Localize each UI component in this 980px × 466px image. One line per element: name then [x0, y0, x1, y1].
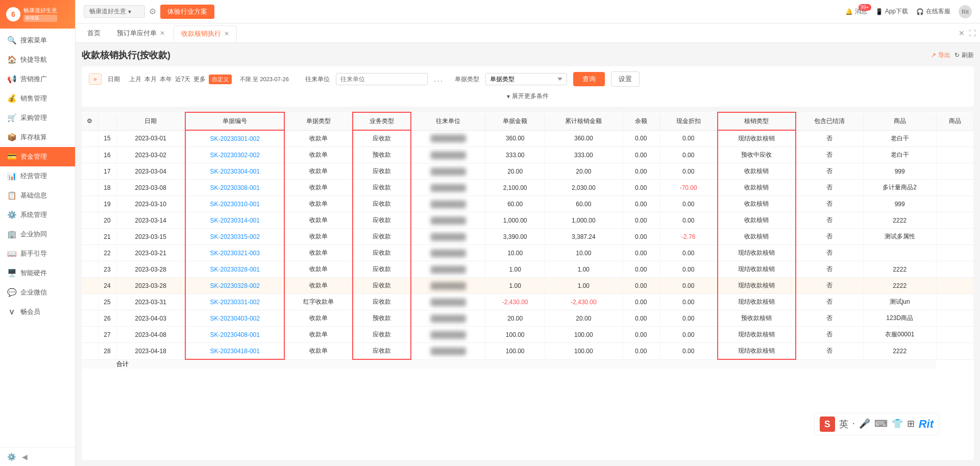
- table-cell: 收款单: [284, 147, 353, 163]
- tab-receipt[interactable]: 收款核销执行 ✕: [174, 26, 237, 42]
- tab-expand-btn[interactable]: ⛶: [969, 29, 976, 37]
- sidebar-collapse-btn[interactable]: ◀: [22, 453, 28, 461]
- table-cell[interactable]: SK-20230302-002: [185, 147, 284, 163]
- table-cell[interactable]: SK-20230308-001: [185, 180, 284, 196]
- app-download-btn[interactable]: 📱 App下载: [875, 7, 908, 16]
- table-cell: 15: [98, 130, 116, 147]
- col-biz-type[interactable]: 业务类型: [353, 112, 411, 130]
- tab-home[interactable]: 首页: [80, 25, 108, 41]
- sidebar-item-wechat[interactable]: 💬 企业微信: [0, 283, 75, 302]
- col-date[interactable]: 日期: [116, 112, 185, 130]
- tab-presale-close[interactable]: ✕: [160, 30, 165, 37]
- col-gear[interactable]: ⚙: [82, 112, 98, 130]
- sidebar-item-operations[interactable]: 📊 经营管理: [0, 166, 75, 186]
- filter-date-this-month[interactable]: 本月: [144, 75, 157, 84]
- doc-no-link[interactable]: SK-20230331-002: [210, 299, 260, 306]
- table-cell[interactable]: SK-20230314-001: [185, 212, 284, 229]
- table-cell[interactable]: SK-20230315-002: [185, 229, 284, 245]
- doc-no-link[interactable]: SK-20230302-002: [210, 152, 260, 159]
- service-btn[interactable]: 🎧 在线客服: [916, 7, 950, 16]
- col-doc-amount[interactable]: 单据金额: [485, 112, 545, 130]
- sidebar-item-purchase[interactable]: 🛒 采购管理: [0, 108, 75, 128]
- tab-receipt-close[interactable]: ✕: [224, 30, 229, 37]
- solution-button[interactable]: 体验行业方案: [160, 5, 214, 19]
- doc-no-link[interactable]: SK-20230315-002: [210, 233, 260, 240]
- col-writeoff-type[interactable]: 核销类型: [718, 112, 796, 130]
- filter-date-custom[interactable]: 自定义: [209, 75, 232, 84]
- col-writeoff-amount[interactable]: 累计核销金额: [545, 112, 622, 130]
- col-include-settled[interactable]: 包含已结清: [796, 112, 864, 130]
- topbar-breadcrumb[interactable]: 畅康道好生意 ▾: [84, 5, 145, 18]
- col-cash-discount[interactable]: 现金折扣: [659, 112, 717, 130]
- table-cell: 收款单: [284, 261, 353, 278]
- table-cell[interactable]: SK-20230403-002: [185, 310, 284, 327]
- filter-settings-button[interactable]: 设置: [611, 71, 640, 87]
- sidebar-item-inventory[interactable]: 📦 库存核算: [0, 128, 75, 147]
- sidebar-item-basics[interactable]: 📋 基础信息: [0, 186, 75, 205]
- tab-receipt-label: 收款核销执行: [181, 29, 221, 38]
- filter-expand-more[interactable]: ▾ 展开更多条件: [89, 91, 967, 102]
- tab-close-btn[interactable]: ✕: [959, 29, 965, 37]
- filter-query-button[interactable]: 查询: [573, 72, 605, 86]
- table-cell: 收款单: [284, 163, 353, 180]
- doc-no-link[interactable]: SK-20230321-003: [210, 250, 260, 257]
- table-cell[interactable]: SK-20230301-002: [185, 130, 284, 147]
- sidebar-item-marketing[interactable]: 📢 营销推广: [0, 69, 75, 89]
- sidebar-label-wechat: 企业微信: [20, 288, 47, 297]
- filter-date-this-year[interactable]: 本年: [160, 75, 172, 84]
- sidebar-item-hardware[interactable]: 🖥️ 智能硬件: [0, 263, 75, 283]
- table-cell: 2023-03-21: [116, 245, 185, 261]
- operations-icon: 📊: [7, 171, 16, 181]
- sidebar-item-corp[interactable]: 🏢 企业协同: [0, 225, 75, 244]
- table-cell: 现结收款核销: [718, 261, 796, 278]
- doc-no-link[interactable]: SK-20230304-001: [210, 168, 260, 175]
- col-balance[interactable]: 余额: [622, 112, 659, 130]
- table-cell[interactable]: SK-20230418-001: [185, 343, 284, 360]
- sidebar-item-member[interactable]: V 畅会员: [0, 302, 75, 322]
- table-cell: 19: [98, 196, 116, 212]
- refresh-button[interactable]: ↻ 刷新: [954, 51, 974, 60]
- sidebar-item-search[interactable]: 🔍 搜索菜单: [0, 31, 75, 50]
- tab-presale[interactable]: 预订单应付单 ✕: [109, 25, 173, 41]
- sidebar-item-quicknav[interactable]: 🏠 快捷导航: [0, 50, 75, 69]
- table-cell[interactable]: SK-20230321-003: [185, 245, 284, 261]
- filter-doctype-select[interactable]: 单据类型: [485, 73, 567, 85]
- sidebar-item-system[interactable]: ⚙️ 系统管理: [0, 205, 75, 225]
- sidebar-item-sales[interactable]: 💰 销售管理: [0, 89, 75, 108]
- col-doc-no[interactable]: 单据编号: [185, 112, 284, 130]
- sidebar-item-guide[interactable]: 📖 新手引导: [0, 244, 75, 263]
- table-cell[interactable]: SK-20230304-001: [185, 163, 284, 180]
- col-goods[interactable]: 商品: [863, 112, 936, 130]
- doc-no-link[interactable]: SK-20230308-001: [210, 184, 260, 191]
- doc-no-link[interactable]: SK-20230310-001: [210, 201, 260, 208]
- doc-no-link[interactable]: SK-20230403-002: [210, 315, 260, 322]
- headset-icon: 🎧: [916, 8, 924, 15]
- doc-no-link[interactable]: SK-20230301-002: [210, 135, 260, 142]
- sidebar-item-finance[interactable]: 💳 资金管理: [0, 147, 75, 166]
- table-cell[interactable]: SK-20230328-001: [185, 261, 284, 278]
- table-cell[interactable]: SK-20230328-002: [185, 278, 284, 294]
- doc-no-link[interactable]: SK-20230314-001: [210, 217, 260, 224]
- sidebar-settings-btn[interactable]: ⚙️: [7, 453, 16, 461]
- doc-no-link[interactable]: SK-20230328-001: [210, 266, 260, 273]
- table-cell: 收款单: [284, 310, 353, 327]
- notification-btn[interactable]: 🔔 消息 99+: [845, 7, 867, 16]
- table-cell[interactable]: SK-20230331-002: [185, 294, 284, 310]
- table-cell[interactable]: SK-20230310-001: [185, 196, 284, 212]
- col-goods2[interactable]: 商品: [936, 112, 973, 130]
- table-cell[interactable]: SK-20230408-001: [185, 327, 284, 343]
- filter-partner-input[interactable]: [336, 73, 428, 85]
- user-avatar[interactable]: Rit: [959, 5, 972, 18]
- col-doc-type[interactable]: 单据类型: [284, 112, 353, 130]
- filter-date-last-month[interactable]: 上月: [129, 75, 141, 84]
- filter-date-more[interactable]: 更多: [193, 75, 206, 84]
- doc-no-link[interactable]: SK-20230418-001: [210, 348, 260, 355]
- topbar-gear-icon[interactable]: ⚙: [149, 7, 156, 16]
- doc-no-link[interactable]: SK-20230408-001: [210, 331, 260, 338]
- filter-expand-button[interactable]: »: [89, 73, 102, 85]
- table-cell: [82, 245, 98, 261]
- col-partner[interactable]: 往来单位: [411, 112, 485, 130]
- export-button[interactable]: ↗ 导出: [931, 51, 950, 60]
- filter-date-7days[interactable]: 近7天: [175, 75, 191, 84]
- doc-no-link[interactable]: SK-20230328-002: [210, 282, 260, 289]
